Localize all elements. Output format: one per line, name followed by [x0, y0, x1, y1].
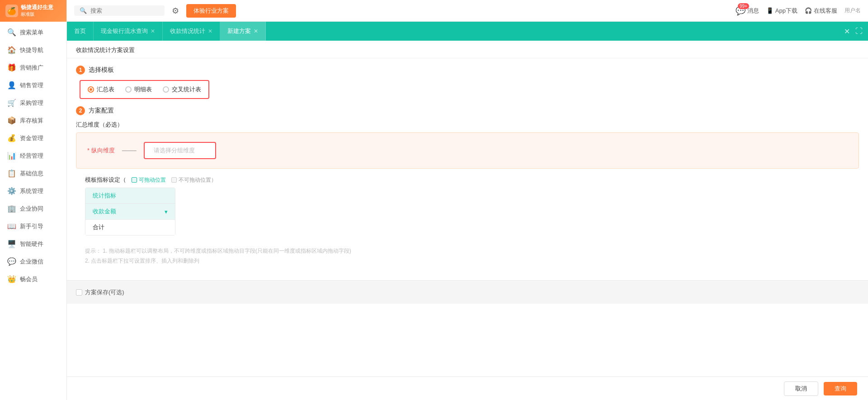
main-area: 🔍 ⚙ 体验行业方案 💬 99+ 消息 📱 App下载 🎧 在线客服 用	[67, 0, 868, 400]
tab-close-bank-flow[interactable]: ✕	[151, 28, 155, 34]
headphone-icon: 🎧	[805, 7, 812, 14]
dim-select-box[interactable]: 请选择分组维度	[144, 142, 216, 159]
tab-close-new-plan[interactable]: ✕	[254, 28, 258, 34]
sidebar-item-sales[interactable]: 👤 销售管理	[0, 76, 66, 94]
movable-badge: 可拖动位置	[132, 176, 166, 184]
tab-close-receipt-stat[interactable]: ✕	[208, 28, 212, 34]
sidebar-item-hardware[interactable]: 🖥️ 智能硬件	[0, 235, 66, 253]
sidebar-item-member[interactable]: 👑 畅会员	[0, 270, 66, 288]
dimension-section: 汇总维度（必选） * 纵向维度 —— 请选择分组维度	[76, 121, 859, 169]
crown-icon: 👑	[7, 275, 16, 283]
step1-label: 选择模板	[89, 66, 114, 74]
radio-detail[interactable]: 明细表	[125, 85, 152, 94]
sidebar-item-wechat[interactable]: 💬 企业微信	[0, 253, 66, 270]
download-item[interactable]: 📱 App下载	[766, 7, 797, 15]
cart-icon: 🛒	[7, 99, 16, 107]
tab-maximize-icon[interactable]: ⛶	[855, 27, 863, 35]
save-checkbox-box[interactable]	[76, 289, 82, 296]
content-area: 收款情况统计方案设置 1 选择模板 汇总表 明细表	[67, 41, 868, 376]
wechat-icon: 💬	[7, 257, 16, 266]
sidebar-item-enterprise[interactable]: 🏢 企业协同	[0, 200, 66, 217]
sidebar-item-search[interactable]: 🔍 搜索菜单	[0, 24, 66, 41]
hardware-icon: 🖥️	[7, 240, 16, 248]
top-bar: 🔍 ⚙ 体验行业方案 💬 99+ 消息 📱 App下载 🎧 在线客服 用	[67, 0, 868, 22]
radio-summary-circle	[88, 86, 94, 93]
tab-receipt-stat[interactable]: 收款情况统计 ✕	[163, 22, 220, 41]
sidebar-item-guide[interactable]: 📖 新手引导	[0, 217, 66, 235]
indicator-header: 统计指标	[85, 188, 175, 204]
step2-title: 2 方案配置	[76, 106, 859, 115]
search-box[interactable]: 🔍	[74, 5, 165, 16]
gear-icon[interactable]: ⚙	[172, 6, 179, 16]
sidebar-logo: 🍊 畅捷通好生意 标准版	[0, 0, 66, 22]
indicator-col-header[interactable]: 收款金额 ▾	[85, 204, 175, 220]
tips-section: 提示： 1. 拖动标题栏可以调整布局，不可跨维度或指标区域拖动目字段(只能在同一…	[76, 243, 859, 273]
money-icon: 💰	[7, 134, 16, 142]
box-icon: 📦	[7, 116, 16, 125]
download-icon: 📱	[766, 7, 774, 14]
dimension-area: * 纵向维度 —— 请选择分组维度	[76, 132, 859, 169]
user-item[interactable]: 用户名	[844, 7, 861, 14]
save-checkbox[interactable]: 方案保存(可选)	[76, 288, 124, 296]
sidebar-item-finance[interactable]: 💰 资金管理	[0, 129, 66, 147]
tips-line2: 2. 点击标题栏下拉可设置排序、插入列和删除列	[85, 256, 850, 266]
tab-new-plan[interactable]: 新建方案 ✕	[220, 22, 266, 41]
step1-title: 1 选择模板	[76, 66, 859, 75]
home-icon: 🏠	[7, 46, 16, 54]
page-header: 收款情况统计方案设置	[67, 41, 868, 58]
tabs-bar: 首页 现金银行流水查询 ✕ 收款情况统计 ✕ 新建方案 ✕ ✕ ⛶	[67, 22, 868, 41]
radio-summary[interactable]: 汇总表	[88, 85, 114, 94]
notification-item[interactable]: 💬 99+ 消息	[736, 6, 759, 16]
template-select-box: 汇总表 明细表 交叉统计表	[80, 80, 209, 99]
search-icon: 🔍	[7, 28, 16, 37]
step2-section: 2 方案配置 汇总维度（必选） * 纵向维度 —— 请选择分组维度	[67, 106, 868, 280]
step1-section: 1 选择模板 汇总表 明细表 交叉统计表	[67, 58, 868, 106]
logo-icon: 🍊	[5, 5, 18, 17]
tab-bank-flow[interactable]: 现金银行流水查询 ✕	[94, 22, 163, 41]
step2-label: 方案配置	[89, 107, 114, 115]
sidebar-item-purchase[interactable]: 🛒 采购管理	[0, 94, 66, 112]
tabs-right: ✕ ⛶	[839, 22, 868, 41]
sidebar-item-basic[interactable]: 📋 基础信息	[0, 165, 66, 182]
unmovable-badge: 不可拖动位置）	[171, 176, 217, 184]
chevron-down-icon: ▾	[165, 208, 168, 215]
tab-home[interactable]: 首页	[67, 22, 94, 41]
tab-minimize-icon[interactable]: ✕	[844, 27, 850, 36]
search-input[interactable]	[90, 7, 159, 14]
sidebar-item-marketing[interactable]: 🎁 营销推广	[0, 59, 66, 76]
indicator-label-row: 模板指标设定（ 可拖动位置 不可拖动位置）	[85, 176, 850, 184]
radio-detail-circle	[125, 86, 132, 93]
sidebar-item-quick-nav[interactable]: 🏠 快捷导航	[0, 41, 66, 59]
content-inner: 收款情况统计方案设置 1 选择模板 汇总表 明细表	[67, 41, 868, 376]
page-title: 收款情况统计方案设置	[76, 47, 135, 53]
gift-icon: 🎁	[7, 63, 16, 72]
query-button[interactable]: 查询	[824, 382, 857, 395]
radio-cross-circle	[163, 86, 169, 93]
top-bar-actions: 💬 99+ 消息 📱 App下载 🎧 在线客服 用户名	[736, 6, 861, 16]
sidebar-nav: 🔍 搜索菜单 🏠 快捷导航 🎁 营销推广 👤 销售管理 🛒 采购管理 📦 库存核…	[0, 22, 66, 400]
step2-badge: 2	[76, 106, 85, 115]
list-icon: 📋	[7, 169, 16, 178]
sidebar-item-inventory[interactable]: 📦 库存核算	[0, 112, 66, 129]
sidebar: 🍊 畅捷通好生意 标准版 🔍 搜索菜单 🏠 快捷导航 🎁 营销推广 👤 销售管理…	[0, 0, 67, 400]
action-bar: 取消 查询	[67, 376, 868, 400]
chart-icon: 📊	[7, 151, 16, 160]
notification-icon: 💬 99+	[736, 6, 745, 16]
tips-line1: 提示： 1. 拖动标题栏可以调整布局，不可跨维度或指标区域拖动目字段(只能在同一…	[85, 246, 850, 256]
footer-bar: 方案保存(可选)	[67, 280, 868, 304]
cancel-button[interactable]: 取消	[784, 381, 818, 396]
sales-icon: 👤	[7, 81, 16, 89]
sidebar-item-system[interactable]: ⚙️ 系统管理	[0, 182, 66, 200]
guide-icon: 📖	[7, 222, 16, 231]
industry-btn[interactable]: 体验行业方案	[186, 4, 236, 18]
radio-cross[interactable]: 交叉统计表	[163, 85, 201, 94]
unmovable-dot	[171, 177, 177, 183]
notification-badge: 99+	[738, 3, 749, 9]
indicator-row-total: 合计	[85, 220, 175, 235]
support-item[interactable]: 🎧 在线客服	[805, 7, 837, 15]
indicator-table: 统计指标 收款金额 ▾ 合计	[85, 188, 175, 235]
movable-dot	[132, 177, 137, 183]
settings-icon: ⚙️	[7, 187, 16, 195]
sidebar-item-operations[interactable]: 📊 经营管理	[0, 147, 66, 165]
enterprise-icon: 🏢	[7, 204, 16, 213]
